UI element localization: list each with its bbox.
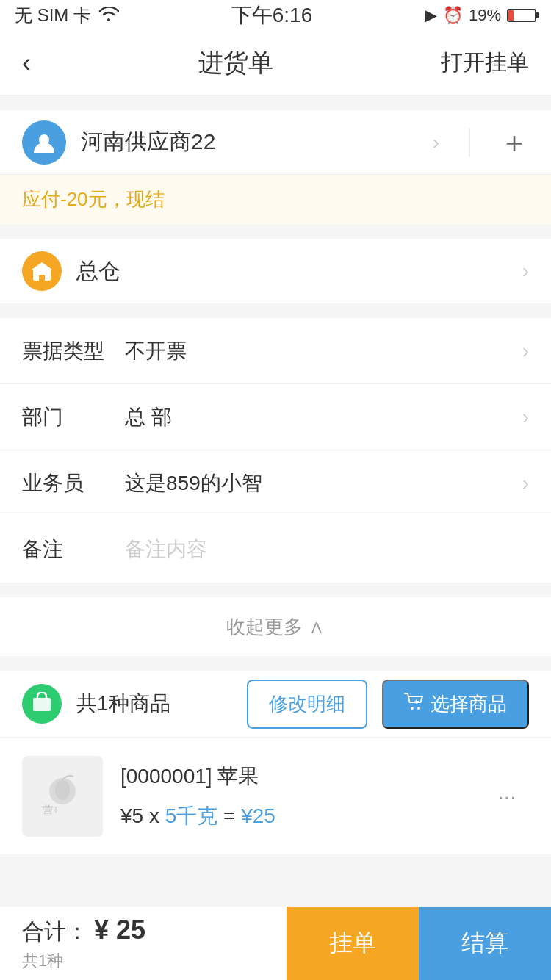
more-icon: ··· bbox=[497, 784, 516, 809]
battery-icon bbox=[507, 9, 536, 22]
product-count-text: 共1种商品 bbox=[76, 690, 232, 718]
product-header: 共1种商品 修改明细 选择商品 bbox=[0, 671, 551, 737]
invoice-label: 票据类型 bbox=[22, 337, 110, 365]
select-product-label: 选择商品 bbox=[431, 691, 507, 717]
dept-value: 总 部 bbox=[110, 403, 522, 431]
back-button[interactable]: ‹ bbox=[22, 48, 31, 79]
unit-price: ¥5 bbox=[120, 804, 143, 827]
checkout-label: 结算 bbox=[461, 927, 508, 959]
price-separator: x bbox=[149, 804, 165, 827]
remark-label: 备注 bbox=[22, 536, 110, 563]
salesman-value: 这是859的小智 bbox=[110, 469, 522, 497]
nav-bar: ‹ 进货单 打开挂单 bbox=[0, 31, 551, 96]
product-code: [0000001] bbox=[120, 765, 212, 788]
warehouse-name: 总仓 bbox=[76, 256, 522, 287]
form-section: 票据类型 不开票 › 部门 总 部 › 业务员 这是859的小智 › 备注 备注… bbox=[0, 318, 551, 583]
hang-label: 挂单 bbox=[329, 927, 376, 959]
supplier-divider bbox=[469, 128, 470, 157]
salesman-label: 业务员 bbox=[22, 469, 110, 497]
warehouse-section[interactable]: 总仓 › bbox=[0, 239, 551, 303]
invoice-chevron-icon: › bbox=[522, 339, 529, 363]
supplier-avatar bbox=[22, 120, 66, 165]
warehouse-chevron-icon: › bbox=[522, 259, 529, 283]
bottom-bar: 合计： ¥ 25 共1种 挂单 结算 bbox=[0, 907, 551, 980]
edit-detail-button[interactable]: 修改明细 bbox=[247, 680, 367, 729]
status-right: ▶ ⏰ 19% bbox=[425, 6, 536, 25]
invoice-row[interactable]: 票据类型 不开票 › bbox=[0, 318, 551, 384]
hang-button[interactable]: 挂单 bbox=[287, 907, 419, 980]
salesman-row[interactable]: 业务员 这是859的小智 › bbox=[0, 450, 551, 516]
gap-2 bbox=[0, 224, 551, 239]
total-label: 合计： bbox=[22, 917, 88, 947]
warehouse-icon bbox=[22, 251, 62, 291]
location-icon: ▶ bbox=[425, 6, 437, 25]
supplier-add-button[interactable]: ＋ bbox=[500, 122, 529, 162]
page-title: 进货单 bbox=[198, 46, 273, 80]
collapse-label: 收起更多 ∧ bbox=[226, 614, 324, 640]
checkout-button[interactable]: 结算 bbox=[419, 907, 551, 980]
salesman-chevron-icon: › bbox=[522, 472, 529, 495]
dept-chevron-icon: › bbox=[522, 406, 529, 429]
product-price: ¥5 x 5千克 = ¥25 bbox=[120, 802, 467, 830]
svg-point-4 bbox=[411, 707, 414, 710]
gap-1 bbox=[0, 96, 551, 110]
svg-rect-3 bbox=[33, 698, 51, 711]
select-product-button[interactable]: 选择商品 bbox=[382, 680, 529, 729]
product-more-button[interactable]: ··· bbox=[485, 782, 529, 811]
status-left: 无 SIM 卡 bbox=[15, 4, 119, 27]
total-main: 合计： ¥ 25 bbox=[22, 915, 264, 947]
carrier-text: 无 SIM 卡 bbox=[15, 4, 91, 27]
invoice-value: 不开票 bbox=[110, 337, 522, 365]
dept-row[interactable]: 部门 总 部 › bbox=[0, 384, 551, 450]
alarm-icon: ⏰ bbox=[443, 6, 463, 25]
supplier-chevron-icon: › bbox=[433, 131, 439, 154]
wifi-icon bbox=[98, 5, 119, 26]
equals-sign: = bbox=[223, 804, 241, 827]
bottom-total: 合计： ¥ 25 共1种 bbox=[0, 915, 287, 972]
svg-point-7 bbox=[55, 779, 70, 800]
svg-point-5 bbox=[417, 707, 420, 710]
svg-rect-2 bbox=[39, 275, 45, 281]
product-item: 营+ [0000001] 苹果 ¥5 x 5千克 = ¥25 ··· bbox=[0, 738, 551, 854]
time-display: 下午6:16 bbox=[231, 1, 313, 29]
dept-label: 部门 bbox=[22, 403, 110, 431]
svg-text:营+: 营+ bbox=[43, 804, 59, 815]
product-info: [0000001] 苹果 ¥5 x 5千克 = ¥25 bbox=[120, 763, 467, 830]
product-name: [0000001] 苹果 bbox=[120, 763, 467, 790]
supplier-name[interactable]: 河南供应商22 bbox=[81, 127, 433, 157]
product-thumbnail: 营+ bbox=[22, 756, 103, 837]
total-amount: ¥ 25 bbox=[94, 915, 145, 945]
cart-icon bbox=[404, 693, 425, 716]
supplier-section: 河南供应商22 › ＋ bbox=[0, 110, 551, 175]
product-qty: 5千克 bbox=[165, 804, 218, 827]
open-hang-button[interactable]: 打开挂单 bbox=[441, 48, 529, 78]
notice-bar: 应付-20元，现结 bbox=[0, 175, 551, 224]
collapse-button[interactable]: 收起更多 ∧ bbox=[0, 597, 551, 656]
notice-text: 应付-20元，现结 bbox=[22, 188, 165, 210]
product-title: 苹果 bbox=[217, 765, 259, 788]
remark-row[interactable]: 备注 备注内容 bbox=[0, 516, 551, 583]
total-sub: 共1种 bbox=[22, 950, 264, 972]
battery-pct: 19% bbox=[469, 6, 501, 25]
product-count-icon bbox=[22, 684, 62, 724]
status-bar: 无 SIM 卡 下午6:16 ▶ ⏰ 19% bbox=[0, 0, 551, 31]
product-total: ¥25 bbox=[241, 804, 276, 827]
remark-input[interactable]: 备注内容 bbox=[110, 536, 529, 563]
